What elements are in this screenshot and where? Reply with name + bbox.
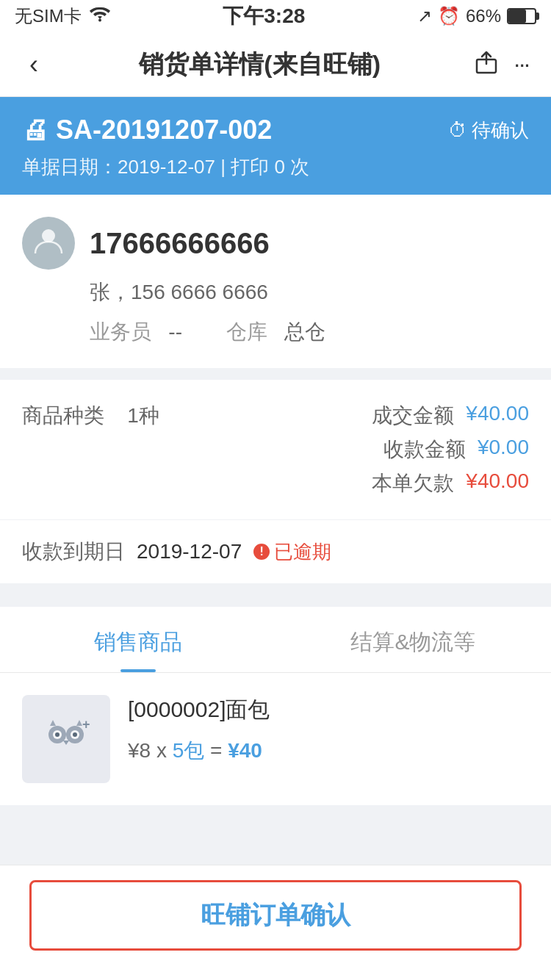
status-bar: 无SIM卡 下午3:28 ↗ ⏰ 66% — [0, 0, 551, 32]
order-id: 🖨 SA-20191207-002 — [22, 115, 272, 145]
salesperson-label: 业务员 — [90, 320, 151, 343]
divider-2 — [0, 583, 551, 595]
summary-section: 商品种类 1种 成交金额 ¥40.00 收款金额 ¥0.00 本单欠款 ¥40.… — [0, 380, 551, 519]
wifi-icon — [89, 6, 111, 26]
product-types-row: 商品种类 1种 — [22, 402, 159, 430]
product-price: ¥8 — [128, 739, 151, 762]
svg-point-8 — [73, 732, 77, 737]
warehouse-value: 总仓 — [284, 320, 325, 343]
product-total: ¥40 — [228, 739, 262, 762]
svg-point-7 — [55, 732, 60, 737]
status-right: ↗ ⏰ 66% — [417, 6, 536, 26]
nav-actions: ··· — [474, 49, 529, 80]
equals-sign: = — [210, 739, 228, 762]
avatar — [22, 217, 75, 270]
customer-phone: 17666666666 — [90, 227, 270, 260]
order-header: 🖨 SA-20191207-002 ⏱ 待确认 单据日期：2019-12-07 … — [0, 97, 551, 195]
amount-summary: 成交金额 ¥40.00 收款金额 ¥0.00 本单欠款 ¥40.00 — [372, 402, 529, 497]
owed-amount-label: 本单欠款 — [372, 469, 454, 497]
status-time: 下午3:28 — [223, 2, 305, 30]
product-image: + — [22, 695, 110, 783]
customer-name: 张，156 6666 6666 — [22, 278, 529, 306]
deal-amount-label: 成交金额 — [372, 402, 454, 430]
order-date: 单据日期：2019-12-07 | 打印 0 次 — [22, 154, 529, 180]
alarm-icon: ⏰ — [438, 6, 460, 26]
divider-1 — [0, 368, 551, 380]
product-item: + [0000002]面包 ¥8 x 5包 = ¥40 — [22, 695, 529, 783]
product-info: [0000002]面包 ¥8 x 5包 = ¥40 — [128, 695, 529, 765]
due-date-value: 2019-12-07 — [137, 540, 242, 563]
warehouse-label: 仓库 — [226, 320, 267, 343]
overdue-text: 已逾期 — [274, 539, 331, 565]
product-types-label: 商品种类 — [22, 404, 104, 427]
received-amount-value: ¥0.00 — [478, 436, 529, 464]
received-amount-label: 收款金额 — [383, 436, 466, 464]
tabs-row: 销售商品 结算&物流等 — [0, 607, 551, 673]
product-price-row: ¥8 x 5包 = ¥40 — [128, 737, 529, 765]
overdue-badge: ! 已逾期 — [253, 539, 331, 565]
product-section: + [0000002]面包 ¥8 x 5包 = ¥40 — [0, 673, 551, 805]
share-button[interactable] — [474, 49, 499, 80]
product-placeholder-icon: + — [37, 714, 96, 764]
carrier-text: 无SIM卡 — [15, 4, 82, 28]
svg-text:+: + — [82, 717, 90, 732]
customer-section: 17666666666 张，156 6666 6666 业务员 -- 仓库 总仓 — [0, 195, 551, 368]
product-name: [0000002]面包 — [128, 695, 529, 725]
location-icon: ↗ — [417, 6, 432, 26]
multiply-sign: x — [156, 739, 173, 762]
battery-icon — [507, 8, 536, 24]
page-title: 销货单详情(来自旺铺) — [139, 48, 381, 82]
tab-settlement[interactable]: 结算&物流等 — [276, 607, 551, 672]
avatar-icon — [32, 224, 65, 263]
salesperson-value: -- — [168, 320, 182, 343]
bottom-bar: 旺铺订单确认 — [0, 865, 551, 980]
order-icon: 🖨 — [22, 115, 56, 145]
nav-bar: ‹ 销货单详情(来自旺铺) ··· — [0, 32, 551, 97]
order-status: ⏱ 待确认 — [448, 118, 529, 143]
svg-point-2 — [42, 229, 55, 242]
customer-meta: 业务员 -- 仓库 总仓 — [22, 318, 529, 346]
back-button[interactable]: ‹ — [22, 42, 46, 87]
clock-icon: ⏱ — [448, 119, 467, 142]
more-button[interactable]: ··· — [514, 51, 529, 78]
deal-amount-value: ¥40.00 — [466, 402, 529, 430]
svg-point-0 — [98, 19, 101, 22]
status-left: 无SIM卡 — [15, 4, 111, 28]
tab-sales-products[interactable]: 销售商品 — [0, 607, 276, 672]
product-qty: 5包 — [173, 739, 205, 762]
overdue-icon: ! — [253, 544, 270, 560]
tabs-section: 销售商品 结算&物流等 + — [0, 607, 551, 805]
battery-percent: 66% — [466, 6, 501, 26]
owed-amount-value: ¥40.00 — [466, 469, 529, 497]
due-section: 收款到期日 2019-12-07 ! 已逾期 — [0, 520, 551, 583]
due-label: 收款到期日 — [22, 538, 125, 566]
confirm-order-button[interactable]: 旺铺订单确认 — [29, 880, 522, 951]
product-types-value: 1种 — [127, 404, 159, 427]
